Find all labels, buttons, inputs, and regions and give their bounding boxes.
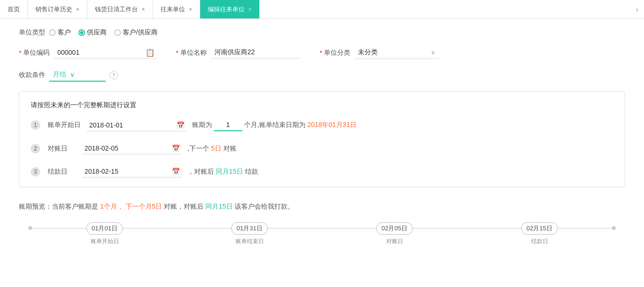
tabs-scroll-arrow[interactable]: › <box>630 5 644 14</box>
tab-home[interactable]: 首页 <box>0 0 28 18</box>
radio-both-label: 客户/供应商 <box>123 28 158 37</box>
payment-date-input[interactable] <box>82 166 170 177</box>
reconcile-date-input[interactable] <box>82 143 170 154</box>
timeline-node-4: 02月15日 结款日 <box>467 222 612 245</box>
start-date-calendar-icon[interactable]: 📅 <box>175 121 186 129</box>
timeline-node-2-label: 01月31日 <box>231 222 268 235</box>
unit-code-label: 单位编码 <box>23 49 50 57</box>
radio-supplier[interactable]: 供应商 <box>78 28 107 37</box>
preview-text: 账期预览：当前客户账期是 1个月， 下一个月5日 对账，对账后 同月15日 该客… <box>19 203 625 211</box>
payment-day-highlight: 同月15日 <box>216 168 243 176</box>
start-date-input[interactable] <box>86 119 175 131</box>
reconcile-day-highlight: 5日 <box>211 144 221 153</box>
setting-number-3: 3 <box>31 167 40 177</box>
timeline-node-3-sublabel: 对账日 <box>386 237 403 245</box>
unit-category-field: * 单位分类 未分类 ∨ <box>320 46 439 59</box>
timeline-node-1-sublabel: 账单开始日 <box>91 237 119 245</box>
unit-code-book-icon[interactable]: 📋 <box>144 48 157 57</box>
payment-suffix: 结款 <box>245 168 258 176</box>
preview-part1: 1个月， <box>100 203 124 210</box>
unit-category-value: 未分类 <box>358 48 427 57</box>
unit-name-label: 单位名称 <box>180 49 207 57</box>
payment-prefix: ，对账后 <box>187 168 214 176</box>
preview-mid: 对账，对账后 <box>164 203 203 210</box>
radio-both-circle <box>114 29 121 36</box>
tab-edit-partner[interactable]: 编辑往来单位 × <box>200 0 260 18</box>
radio-supplier-circle <box>78 29 85 36</box>
preview-part2: 下一个月5日 <box>126 203 162 210</box>
setting-row-3: 3 结款日 📅 ，对账后 同月15日 结款 <box>31 166 613 177</box>
payment-condition-row: 收款条件 月结 ∨ ? <box>19 68 625 82</box>
radio-both[interactable]: 客户/供应商 <box>114 28 158 37</box>
tab-sales-history[interactable]: 销售订单历史 × <box>28 0 87 18</box>
start-date-wrap: 📅 <box>86 119 186 131</box>
unit-type-label: 单位类型 <box>19 28 45 37</box>
unit-category-star: * <box>320 49 322 57</box>
payment-date-wrap: 📅 <box>82 166 182 177</box>
tab-cash-work[interactable]: 钱货日清工作台 × <box>87 0 153 18</box>
radio-customer-circle <box>49 29 56 36</box>
reconcile-date-wrap: 📅 <box>82 143 182 154</box>
timeline-node-1-label: 01月01日 <box>86 222 123 235</box>
payment-date-calendar-icon[interactable]: 📅 <box>170 168 182 175</box>
payment-condition-value: 月结 <box>53 70 66 79</box>
tab-sales-history-close[interactable]: × <box>76 6 79 13</box>
radio-customer-label: 客户 <box>58 28 71 37</box>
unit-code-input[interactable] <box>53 47 144 58</box>
preview-prefix: 账期预览：当前客户账期是 <box>19 203 98 210</box>
payment-condition-select[interactable]: 月结 ∨ <box>49 68 106 82</box>
payment-condition-wrap: 月结 ∨ ? <box>49 68 118 82</box>
period-input[interactable] <box>214 119 242 131</box>
preview-section: 账期预览：当前客户账期是 1个月， 下一个月5日 对账，对账后 同月15日 该客… <box>19 195 625 245</box>
unit-name-star: * <box>176 49 178 57</box>
timeline-end-dot <box>612 226 616 230</box>
tabs-bar: 首页 销售订单历史 × 钱货日清工作台 × 往来单位 × 编辑往来单位 × › <box>0 0 644 19</box>
unit-name-field: * 单位名称 <box>176 47 300 59</box>
tab-home-label: 首页 <box>8 5 20 14</box>
timeline: 01月01日 账单开始日 01月31日 账单结束日 02月05日 对账日 02月… <box>19 222 625 245</box>
reconcile-suffix: 对账 <box>223 144 237 153</box>
tab-edit-partner-close[interactable]: × <box>248 6 252 13</box>
reconcile-prefix: ,下一个 <box>187 144 209 153</box>
preview-suffix: 该客户会给我打款。 <box>235 203 294 210</box>
unit-category-arrow-icon: ∨ <box>431 49 435 56</box>
tab-partner-label: 往来单位 <box>161 5 185 14</box>
tab-sales-history-label: 销售订单历史 <box>35 5 72 14</box>
card-section: 请按照未来的一个完整帐期进行设置 1 账单开始日 📅 账期为 个月,账单结束日期… <box>19 91 625 187</box>
setting-row-2: 2 对账日 📅 ,下一个 5日 对账 <box>31 143 613 154</box>
payment-condition-arrow-icon: ∨ <box>70 71 75 78</box>
timeline-node-3: 02月05日 对账日 <box>322 222 467 245</box>
timeline-node-3-label: 02月05日 <box>376 222 413 235</box>
payment-help-icon[interactable]: ? <box>110 71 118 79</box>
period-mid-text: 账期为 <box>192 121 212 129</box>
period-suffix-text: 个月,账单结束日期为 <box>244 121 305 129</box>
setting-label-3: 结款日 <box>48 168 76 176</box>
unit-category-select[interactable]: 未分类 ∨ <box>354 46 439 59</box>
timeline-node-4-sublabel: 结款日 <box>531 237 548 245</box>
unit-category-label: 单位分类 <box>324 49 350 57</box>
card-title: 请按照未来的一个完整帐期进行设置 <box>31 101 613 110</box>
unit-name-input[interactable] <box>211 47 301 59</box>
timeline-start-dot <box>28 226 32 230</box>
timeline-node-2: 01月31日 账单结束日 <box>177 222 322 245</box>
timeline-node-4-label: 02月15日 <box>521 222 558 235</box>
unit-code-star: * <box>19 49 21 57</box>
tab-edit-partner-label: 编辑往来单位 <box>208 5 245 14</box>
tab-cash-work-label: 钱货日清工作台 <box>95 5 138 14</box>
preview-part3: 同月15日 <box>205 203 233 210</box>
tab-cash-work-close[interactable]: × <box>142 6 145 13</box>
main-content: 单位类型 客户 供应商 客户/供应商 * 单位编码 📋 <box>0 19 644 287</box>
unit-code-input-wrap: 📋 <box>53 47 157 59</box>
timeline-node-2-sublabel: 账单结束日 <box>236 237 264 245</box>
tab-partner[interactable]: 往来单位 × <box>153 0 200 18</box>
setting-row-1: 1 账单开始日 📅 账期为 个月,账单结束日期为 2018年01月31日 <box>31 119 613 131</box>
timeline-node-1: 01月01日 账单开始日 <box>32 222 177 245</box>
payment-condition-label: 收款条件 <box>19 71 45 79</box>
radio-customer[interactable]: 客户 <box>49 28 71 37</box>
setting-number-1: 1 <box>31 120 40 130</box>
reconcile-date-calendar-icon[interactable]: 📅 <box>170 144 182 152</box>
unit-type-radio-group: 客户 供应商 客户/供应商 <box>49 28 158 37</box>
tab-partner-close[interactable]: × <box>189 6 192 13</box>
unit-info-row: * 单位编码 📋 * 单位名称 * 单位分类 未分类 ∨ <box>19 46 625 59</box>
period-end-date-highlight: 2018年01月31日 <box>307 121 356 129</box>
